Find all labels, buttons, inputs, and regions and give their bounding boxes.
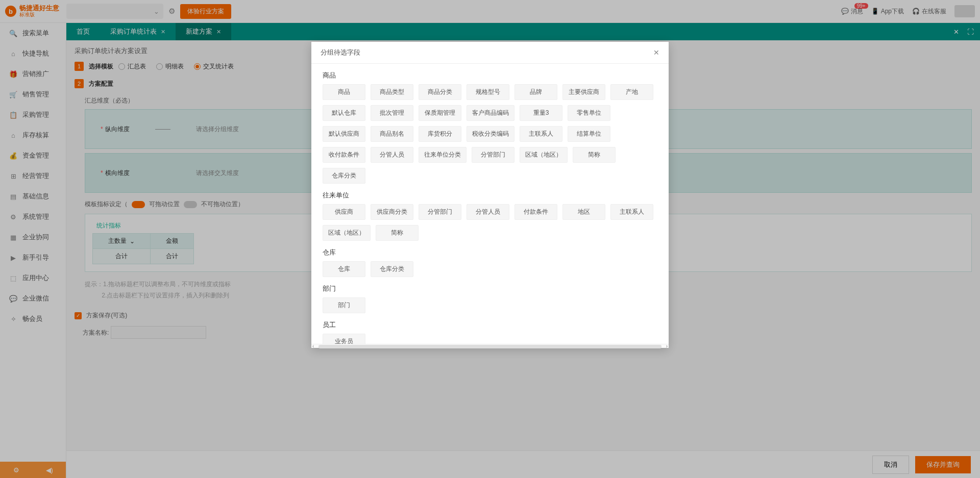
field-chip[interactable]: 客户商品编码	[467, 105, 514, 121]
field-group-title: 仓库	[323, 248, 657, 257]
field-chip[interactable]: 零售单位	[568, 105, 610, 121]
field-chip-row: 业务员	[323, 334, 657, 344]
field-chip[interactable]: 商品别名	[371, 126, 413, 142]
field-chip[interactable]: 分管人员	[467, 204, 509, 220]
field-chip[interactable]: 主联系人	[520, 126, 562, 142]
field-group-title: 商品	[323, 71, 657, 80]
field-chip[interactable]: 付款条件	[514, 204, 557, 220]
field-chip[interactable]: 保质期管理	[419, 105, 461, 121]
field-chip[interactable]: 分管人员	[371, 147, 413, 163]
field-chip[interactable]: 产地	[610, 84, 653, 100]
field-group-title: 部门	[323, 284, 657, 293]
field-chip[interactable]: 仓库	[323, 261, 365, 277]
field-chip[interactable]: 默认供应商	[323, 126, 365, 142]
field-chip[interactable]: 分管部门	[472, 147, 514, 163]
field-chip-row: 供应商供应商分类分管部门分管人员付款条件地区主联系人区域（地区）简称	[323, 204, 657, 241]
field-chip[interactable]: 默认仓库	[323, 105, 365, 121]
field-chip[interactable]: 批次管理	[371, 105, 413, 121]
field-chip[interactable]: 部门	[323, 297, 365, 313]
field-chip[interactable]: 业务员	[323, 334, 365, 344]
field-chip[interactable]: 供应商分类	[371, 204, 413, 220]
field-group-title: 往来单位	[323, 191, 657, 200]
field-chip[interactable]: 往来单位分类	[419, 147, 467, 163]
modal-overlay[interactable]: 分组待选字段 ✕ 商品商品商品类型商品分类规格型号品牌主要供应商产地默认仓库批次…	[0, 0, 980, 478]
field-chip[interactable]: 结算单位	[568, 126, 610, 142]
field-chip-row: 商品商品类型商品分类规格型号品牌主要供应商产地默认仓库批次管理保质期管理客户商品…	[323, 84, 657, 184]
field-select-modal: 分组待选字段 ✕ 商品商品商品类型商品分类规格型号品牌主要供应商产地默认仓库批次…	[311, 42, 669, 348]
modal-body: 商品商品商品类型商品分类规格型号品牌主要供应商产地默认仓库批次管理保质期管理客户…	[311, 64, 669, 344]
field-chip[interactable]: 收付款条件	[323, 147, 365, 163]
field-chip[interactable]: 重量3	[520, 105, 562, 121]
field-chip[interactable]: 主要供应商	[562, 84, 605, 100]
field-chip[interactable]: 库货积分	[419, 126, 461, 142]
field-chip[interactable]: 商品分类	[419, 84, 461, 100]
field-chip-row: 部门	[323, 297, 657, 313]
modal-horizontal-scrollbar[interactable]	[311, 344, 669, 348]
field-chip[interactable]: 规格型号	[467, 84, 509, 100]
field-chip[interactable]: 商品类型	[371, 84, 413, 100]
field-chip[interactable]: 税收分类编码	[467, 126, 514, 142]
field-chip[interactable]: 简称	[573, 147, 616, 163]
field-chip[interactable]: 仓库分类	[371, 261, 413, 277]
field-chip[interactable]: 商品	[323, 84, 365, 100]
field-group-title: 员工	[323, 320, 657, 330]
field-chip[interactable]: 地区	[562, 204, 605, 220]
field-chip[interactable]: 区域（地区）	[520, 147, 568, 163]
field-chip[interactable]: 主联系人	[610, 204, 653, 220]
field-chip[interactable]: 简称	[376, 225, 419, 241]
field-chip[interactable]: 品牌	[514, 84, 557, 100]
field-chip[interactable]: 分管部门	[419, 204, 461, 220]
modal-header: 分组待选字段 ✕	[311, 42, 669, 64]
modal-title: 分组待选字段	[321, 48, 360, 57]
field-chip[interactable]: 供应商	[323, 204, 365, 220]
field-chip-row: 仓库仓库分类	[323, 261, 657, 277]
field-chip[interactable]: 仓库分类	[323, 168, 365, 184]
field-chip[interactable]: 区域（地区）	[323, 225, 371, 241]
modal-close-icon[interactable]: ✕	[653, 48, 659, 57]
